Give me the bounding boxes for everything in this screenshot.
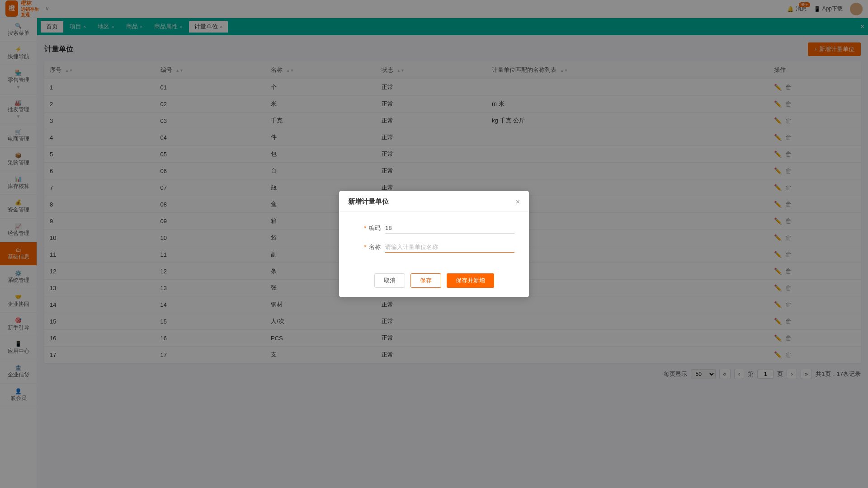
modal-close-btn[interactable]: × bbox=[516, 198, 520, 206]
modal-body: * 编码 * 名称 bbox=[339, 212, 529, 268]
save-button[interactable]: 保存 bbox=[410, 273, 441, 288]
modal-title: 新增计量单位 bbox=[348, 197, 389, 206]
code-required-mark: * bbox=[364, 225, 366, 231]
form-row-name: * 名称 bbox=[354, 242, 514, 253]
code-input[interactable] bbox=[385, 223, 514, 234]
name-input[interactable] bbox=[385, 242, 514, 253]
form-row-code: * 编码 bbox=[354, 223, 514, 234]
add-unit-modal: 新增计量单位 × * 编码 * 名称 取消 保存 保存并新增 bbox=[339, 191, 529, 297]
cancel-button[interactable]: 取消 bbox=[374, 273, 405, 288]
name-field-label: * 名称 bbox=[354, 243, 381, 251]
modal-overlay: 新增计量单位 × * 编码 * 名称 取消 保存 保存并新增 bbox=[0, 0, 868, 488]
code-field-label: * 编码 bbox=[354, 224, 381, 232]
modal-header: 新增计量单位 × bbox=[339, 191, 529, 212]
name-required-mark: * bbox=[364, 244, 366, 250]
save-and-new-button[interactable]: 保存并新增 bbox=[447, 273, 494, 288]
modal-footer: 取消 保存 保存并新增 bbox=[339, 268, 529, 297]
